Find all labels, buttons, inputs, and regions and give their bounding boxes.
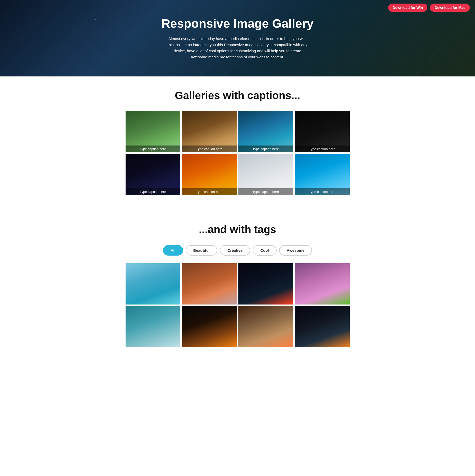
gallery-caption-item[interactable]: Type caption here: [238, 111, 293, 152]
gallery-caption-item[interactable]: Type caption here: [126, 154, 181, 195]
tags-gallery-item[interactable]: [295, 306, 350, 347]
captions-section-title: Galleries with captions...: [5, 89, 470, 102]
header-description: Almost every website today have a media …: [166, 36, 309, 60]
gallery-caption-text: Type caption here: [238, 188, 293, 195]
gallery-caption-item[interactable]: Type caption here: [238, 154, 293, 195]
gallery-caption-text: Type caption here: [126, 188, 181, 195]
tags-section-title: ...and with tags: [5, 223, 470, 236]
gallery-caption-text: Type caption here: [238, 146, 293, 152]
tag-filter-button[interactable]: Cool: [253, 245, 276, 256]
tag-filter-button[interactable]: All: [163, 245, 183, 256]
gallery-caption-text: Type caption here: [182, 188, 237, 195]
download-win-button[interactable]: Download for Win: [388, 4, 428, 12]
gallery-caption-item[interactable]: Type caption here: [126, 111, 181, 152]
tags-gallery-item[interactable]: [295, 263, 350, 305]
tag-filter-button[interactable]: Beautiful: [186, 245, 217, 256]
gallery-caption-text: Type caption here: [295, 146, 350, 152]
tags-gallery-item[interactable]: [238, 263, 293, 305]
download-mac-button[interactable]: Download for Mac: [430, 4, 470, 12]
tags-section: ...and with tags AllBeautifulCreativeCoo…: [0, 218, 475, 358]
gallery-caption-text: Type caption here: [126, 146, 181, 152]
tags-gallery-item[interactable]: [126, 263, 181, 305]
page-header: Download for Win Download for Mac Respon…: [0, 0, 475, 76]
gallery-caption-item[interactable]: Type caption here: [182, 154, 237, 195]
tags-gallery-item[interactable]: [238, 306, 293, 347]
tags-gallery-item[interactable]: [126, 306, 181, 347]
tags-filter-row: AllBeautifulCreativeCoolAwesome: [5, 245, 470, 256]
tag-filter-button[interactable]: Awesome: [279, 245, 312, 256]
gallery-caption-text: Type caption here: [295, 188, 350, 195]
header-title: Responsive Image Gallery: [161, 17, 314, 31]
tag-filter-button[interactable]: Creative: [220, 245, 250, 256]
gallery-caption-item[interactable]: Type caption here: [182, 111, 237, 152]
captions-gallery-grid: Type caption here Type caption here Type…: [123, 111, 352, 195]
gallery-caption-item[interactable]: Type caption here: [295, 154, 350, 195]
header-nav: Download for Win Download for Mac: [388, 4, 470, 12]
tags-gallery-item[interactable]: [182, 263, 237, 305]
gallery-caption-item[interactable]: Type caption here: [295, 111, 350, 152]
gallery-caption-text: Type caption here: [182, 146, 237, 152]
tags-gallery-item[interactable]: [182, 306, 237, 347]
captions-section: Galleries with captions... Type caption …: [0, 76, 475, 218]
tags-gallery-grid: [123, 263, 352, 347]
